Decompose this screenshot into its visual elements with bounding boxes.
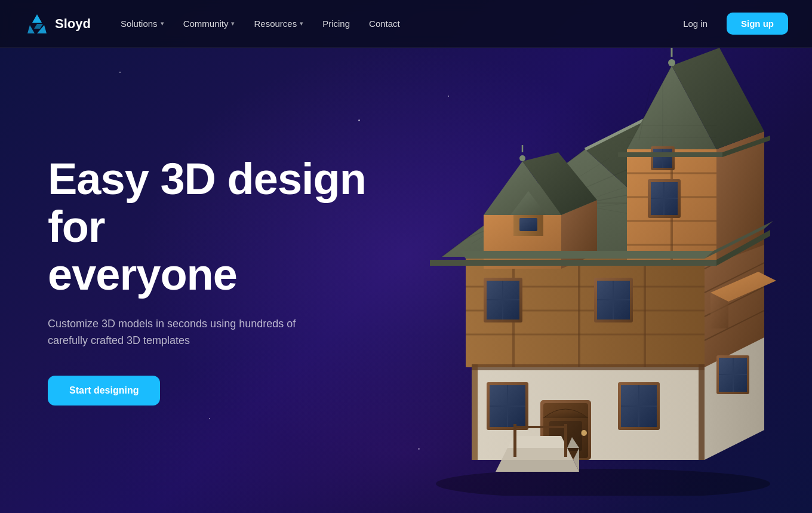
hero-section: Easy 3D design for everyone Customize 3D… [0, 0, 812, 513]
nav-pricing-label: Pricing [322, 19, 350, 29]
top-beam [472, 364, 705, 370]
ground-shadow [436, 469, 770, 496]
hero-subtitle: Customize 3D models in seconds using hun… [48, 315, 334, 350]
building-illustration [394, 30, 812, 496]
nav-left: Sloyd Solutions ▾ Community ▾ Resources … [24, 11, 408, 37]
logo-text: Sloyd [55, 16, 91, 32]
corner-beam [472, 364, 478, 460]
logo-icon [24, 11, 50, 37]
start-designing-button[interactable]: Start designing [48, 376, 160, 406]
nav-item-contact[interactable]: Contact [361, 14, 408, 33]
chevron-down-icon: ▾ [300, 20, 303, 27]
chevron-down-icon: ▾ [161, 20, 164, 27]
stair-2 [502, 448, 573, 460]
hero-content: Easy 3D design for everyone Customize 3D… [0, 107, 370, 406]
hero-title: Easy 3D design for everyone [48, 155, 370, 299]
login-button[interactable]: Log in [673, 14, 717, 33]
logo[interactable]: Sloyd [24, 11, 91, 37]
nav-resources-label: Resources [254, 19, 297, 29]
chevron-down-icon: ▾ [231, 20, 235, 27]
nav-contact-label: Contact [369, 19, 400, 29]
nav-links: Solutions ▾ Community ▾ Resources ▾ Pric… [112, 14, 408, 33]
hero-visual [394, 30, 812, 484]
tower-finial [668, 59, 675, 66]
nav-solutions-label: Solutions [121, 19, 158, 29]
star-decoration [119, 72, 121, 73]
ledge [460, 251, 713, 259]
dormer-window [519, 218, 537, 231]
star-decoration [209, 418, 210, 419]
nav-item-resources[interactable]: Resources ▾ [245, 14, 312, 33]
railing-post [564, 424, 567, 457]
nav-community-label: Community [183, 19, 229, 29]
eave-main [430, 260, 716, 266]
railing-post [513, 424, 516, 457]
stair-1 [496, 460, 579, 472]
nav-right: Log in Sign up [673, 13, 788, 35]
nav-item-pricing[interactable]: Pricing [314, 14, 358, 33]
corner-beam [699, 364, 705, 460]
signup-button[interactable]: Sign up [727, 13, 788, 35]
eave-tower [618, 152, 722, 157]
small-tower-finial [519, 155, 525, 161]
nav-item-solutions[interactable]: Solutions ▾ [112, 14, 173, 33]
nav-item-community[interactable]: Community ▾ [175, 14, 244, 33]
navbar: Sloyd Solutions ▾ Community ▾ Resources … [0, 0, 812, 48]
